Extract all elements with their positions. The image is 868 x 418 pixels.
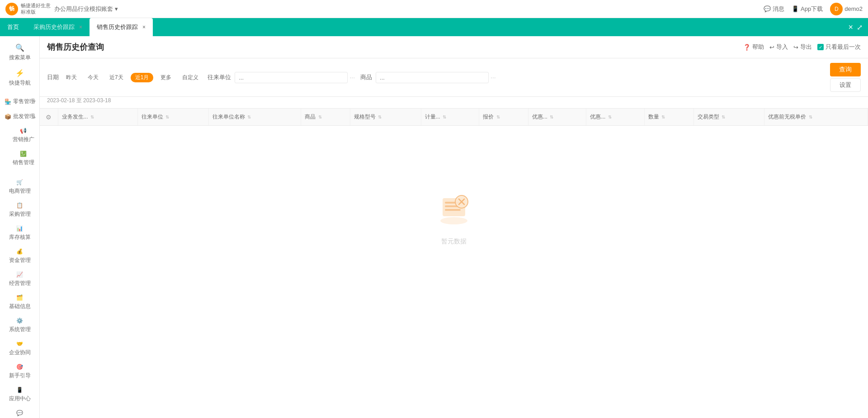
message-label: 消息 xyxy=(773,5,784,13)
tab-sales-close-icon[interactable]: × xyxy=(142,24,146,30)
tab-purchase-history[interactable]: 采购历史价跟踪 × xyxy=(26,18,90,36)
sidebar-item-weixin[interactable]: 💬 企业微信 xyxy=(0,406,39,418)
chevron-down-icon: ▾ xyxy=(115,5,118,12)
sidebar-item-operation[interactable]: 📈 经营管理 xyxy=(0,268,39,291)
appstore-icon: 📱 xyxy=(16,387,23,393)
sidebar-item-inventory-label: 库存核算 xyxy=(9,233,31,241)
account-selector[interactable]: 办公用品行业模拟账套 ▾ xyxy=(54,5,118,13)
th-price-label: 报价 xyxy=(483,114,494,120)
sidebar-item-retail[interactable]: 🏪 零售管理 ▼ xyxy=(0,94,39,109)
th-partner-name[interactable]: 往来单位名称 ⇅ xyxy=(208,109,301,126)
empty-text: 暂元数据 xyxy=(441,238,467,246)
page-header: 销售历史价查询 ❓ 帮助 ↩ 导入 ↪ 导出 ✓ xyxy=(40,36,868,58)
th-settings: ⚙ xyxy=(40,109,58,126)
wholesale-arrow-icon: ▲ xyxy=(32,114,37,119)
sidebar-item-appstore[interactable]: 📱 应用中心 xyxy=(0,383,39,406)
sidebar-item-wholesale[interactable]: 📦 批发管理 ▲ xyxy=(0,109,39,124)
svg-rect-4 xyxy=(445,209,461,211)
sidebar-item-marketing-label: 营销推广 xyxy=(13,136,34,143)
logo-text: 畅捷通好生意 标准版 xyxy=(21,3,51,14)
date-btn-yesterday[interactable]: 昨天 xyxy=(62,73,80,82)
message-btn[interactable]: 💬 消息 xyxy=(764,5,784,13)
tab-sales-history[interactable]: 销售历史价跟踪 × xyxy=(90,18,153,36)
submenu-marketing: 📢 营销推广 💹 销售管理 xyxy=(0,124,39,172)
th-discount2[interactable]: 优惠... ⇅ xyxy=(586,109,645,126)
th-qty-label: 数量 xyxy=(648,114,659,120)
inventory-icon: 📊 xyxy=(16,225,23,232)
gear-icon[interactable]: ⚙ xyxy=(46,114,52,121)
th-goods[interactable]: 商品 ⇅ xyxy=(301,109,350,126)
maximize-icon[interactable]: ⤢ xyxy=(857,23,863,32)
sales-mgmt-icon: 💹 xyxy=(20,151,27,157)
app-download-label: App下载 xyxy=(801,5,823,13)
th-date[interactable]: 业务发生... ⇅ xyxy=(58,109,138,126)
import-btn[interactable]: ↩ 导入 xyxy=(769,43,788,51)
only-last-btn[interactable]: ✓ 只看最后一次 xyxy=(817,43,861,51)
th-discount1[interactable]: 优惠... ⇅ xyxy=(528,109,586,126)
top-bar: 畅 畅捷通好生意 标准版 办公用品行业模拟账套 ▾ 💬 消息 📱 App下载 D… xyxy=(0,0,868,18)
partner-input[interactable] xyxy=(235,72,348,83)
th-partner[interactable]: 往来单位 ⇅ xyxy=(138,109,209,126)
th-trade-type[interactable]: 交易类型 ⇅ xyxy=(693,109,764,126)
sort-icon-discount2: ⇅ xyxy=(608,114,612,119)
th-price[interactable]: 报价 ⇅ xyxy=(479,109,528,126)
logo-initials: 畅 xyxy=(9,5,14,13)
import-icon: ↩ xyxy=(769,44,774,51)
th-qty[interactable]: 数量 ⇅ xyxy=(645,109,694,126)
sidebar-item-system-label: 系统管理 xyxy=(9,326,31,333)
sort-icon-qty: ⇅ xyxy=(661,114,665,119)
sidebar-item-collab-label: 企业协同 xyxy=(9,349,31,356)
close-window-icon[interactable]: × xyxy=(848,23,853,32)
only-last-checkbox[interactable]: ✓ xyxy=(817,44,824,50)
date-btn-1month[interactable]: 近1月 xyxy=(131,73,154,82)
sidebar-item-nav[interactable]: ⚡ 快捷导航 xyxy=(0,65,39,90)
import-label: 导入 xyxy=(776,43,788,51)
sidebar-item-sales-mgmt[interactable]: 💹 销售管理 xyxy=(5,147,39,170)
date-btn-custom[interactable]: 自定义 xyxy=(179,73,202,82)
th-pre-discount-price[interactable]: 优惠前无税单价 ⇅ xyxy=(764,109,868,126)
th-partner-name-label: 往来单位名称 xyxy=(212,114,245,120)
help-btn[interactable]: ❓ 帮助 xyxy=(743,43,764,51)
sidebar-item-basic-info[interactable]: 🗂️ 基础信息 xyxy=(0,291,39,314)
sidebar-item-purchase[interactable]: 📋 采购管理 xyxy=(0,199,39,222)
setting-button[interactable]: 设置 xyxy=(830,78,861,92)
sidebar-item-sales-label: 销售管理 xyxy=(13,159,34,166)
query-button[interactable]: 查询 xyxy=(830,63,861,76)
partner-dots-icon[interactable]: ··· xyxy=(349,74,355,81)
goods-dots-icon[interactable]: ··· xyxy=(491,74,496,81)
date-btn-today[interactable]: 今天 xyxy=(84,73,102,82)
empty-illustration xyxy=(434,189,474,230)
filter-bar: 日期 昨天 今天 近7天 近1月 更多 自定义 往来单位 ··· 商品 ··· xyxy=(40,58,868,97)
th-pre-discount-label: 优惠前无税单价 xyxy=(768,114,806,120)
tab-home-label: 首页 xyxy=(7,23,19,31)
tab-bar: 首页 采购历史价跟踪 × 销售历史价跟踪 × × ⤢ xyxy=(0,18,868,36)
sidebar-item-system[interactable]: ⚙️ 系统管理 xyxy=(0,314,39,337)
date-btn-7days[interactable]: 近7天 xyxy=(106,73,127,82)
finance-icon: 💰 xyxy=(16,248,23,255)
sidebar-item-inventory[interactable]: 📊 库存核算 xyxy=(0,222,39,245)
app-download-btn[interactable]: 📱 App下载 xyxy=(792,5,823,13)
goods-input[interactable] xyxy=(376,72,489,83)
sidebar-item-collab[interactable]: 🤝 企业协同 xyxy=(0,337,39,360)
sidebar-item-finance[interactable]: 💰 资金管理 xyxy=(0,245,39,268)
user-menu[interactable]: D demo2 xyxy=(830,3,863,15)
export-btn[interactable]: ↪ 导出 xyxy=(793,43,812,51)
sidebar-item-guide[interactable]: 🎯 新手引导 xyxy=(0,360,39,383)
date-btn-more[interactable]: 更多 xyxy=(157,73,175,82)
sidebar-item-purchase-label: 采购管理 xyxy=(9,210,31,218)
sidebar-item-ecommerce-label: 电商管理 xyxy=(9,187,31,195)
th-spec[interactable]: 规格型号 ⇅ xyxy=(350,109,421,126)
th-discount1-label: 优惠... xyxy=(532,114,547,120)
sort-icon-partner-name: ⇅ xyxy=(247,114,251,119)
sidebar-item-ecommerce[interactable]: 🛒 电商管理 xyxy=(0,176,39,199)
th-unit[interactable]: 计量... ⇅ xyxy=(421,109,479,126)
sidebar-item-marketing[interactable]: 📢 营销推广 xyxy=(5,124,39,147)
account-selector-label: 办公用品行业模拟账套 xyxy=(54,5,113,13)
nav-icon: ⚡ xyxy=(15,69,24,77)
sidebar-item-search-label: 搜索菜单 xyxy=(9,54,31,62)
sidebar-item-search[interactable]: 🔍 搜索菜单 xyxy=(0,40,39,65)
goods-label: 商品 xyxy=(360,73,372,81)
tab-home[interactable]: 首页 xyxy=(0,18,26,36)
partner-filter-group: 往来单位 ··· xyxy=(208,72,355,83)
tab-purchase-close-icon[interactable]: × xyxy=(79,24,82,30)
